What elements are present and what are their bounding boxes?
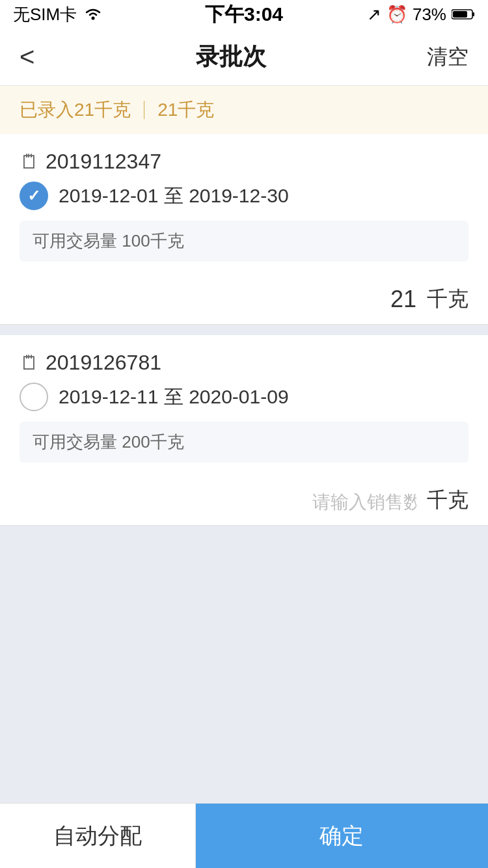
section-divider — [0, 325, 488, 335]
radio-button-2[interactable] — [20, 383, 48, 411]
batch-id-1: 2019112347 — [46, 150, 161, 174]
auto-distribute-label: 自动分配 — [53, 821, 142, 851]
status-bar: 无SIM卡 下午3:04 ↗ ⏰ 73% — [0, 0, 488, 29]
svg-rect-2 — [472, 12, 474, 16]
back-button[interactable]: < — [20, 42, 34, 72]
confirm-button[interactable]: 确定 — [196, 804, 488, 868]
clear-button[interactable]: 清空 — [427, 43, 468, 72]
svg-rect-3 — [453, 11, 467, 18]
batch-qty-box-1: 可用交易量 100千克 — [20, 221, 468, 262]
battery-text: 73% — [413, 5, 446, 25]
alarm-icon: ⏰ — [386, 5, 407, 25]
auto-distribute-button[interactable]: 自动分配 — [0, 804, 196, 868]
recorded-label: 已录入21千克 — [20, 98, 131, 122]
wifi-icon — [83, 5, 103, 25]
qty-unit-2: 千克 — [427, 486, 468, 515]
batch-item-1: 🗒 2019112347 2019-12-01 至 2019-12-30 可用交… — [0, 134, 488, 325]
summary-divider — [144, 101, 144, 119]
batch-item-2: 🗒 2019126781 2019-12-11 至 2020-01-09 可用交… — [0, 335, 488, 526]
batch-date-1: 2019-12-01 至 2019-12-30 — [59, 183, 289, 210]
input-row-1: 21 千克 — [0, 275, 488, 325]
batch-date-2: 2019-12-11 至 2020-01-09 — [59, 384, 289, 411]
batch-doc-icon: 🗒 — [20, 151, 39, 173]
qty-value-1: 21 — [390, 286, 416, 313]
batch-qty-label-1: 可用交易量 100千克 — [33, 231, 184, 251]
confirm-label: 确定 — [319, 821, 364, 851]
page-title: 录批次 — [196, 41, 266, 73]
status-icons: ↗ ⏰ 73% — [367, 5, 475, 25]
nav-bar: < 录批次 清空 — [0, 29, 488, 86]
batch-qty-label-2: 可用交易量 200千克 — [33, 432, 184, 452]
qty-input-2[interactable] — [312, 487, 416, 514]
bottom-area — [0, 526, 488, 812]
location-icon: ↗ — [367, 5, 381, 25]
batch-id-row-1: 🗒 2019112347 — [20, 150, 468, 174]
status-time: 下午3:04 — [205, 1, 283, 28]
battery-icon — [452, 5, 475, 25]
carrier-text: 无SIM卡 — [13, 3, 77, 26]
batch-date-row-1[interactable]: 2019-12-01 至 2019-12-30 — [20, 182, 468, 210]
footer: 自动分配 确定 — [0, 803, 488, 868]
input-row-2[interactable]: 千克 — [0, 476, 488, 526]
summary-banner: 已录入21千克 21千克 — [0, 86, 488, 134]
qty-unit-1: 千克 — [427, 285, 468, 314]
batch-doc-icon-2: 🗒 — [20, 352, 39, 374]
total-label: 21千克 — [157, 98, 214, 122]
radio-button-1[interactable] — [20, 182, 48, 210]
batch-id-row-2: 🗒 2019126781 — [20, 351, 468, 375]
status-carrier: 无SIM卡 — [13, 3, 103, 26]
batch-id-2: 2019126781 — [46, 351, 161, 375]
batch-qty-box-2: 可用交易量 200千克 — [20, 422, 468, 463]
svg-point-0 — [92, 16, 95, 20]
batch-date-row-2[interactable]: 2019-12-11 至 2020-01-09 — [20, 383, 468, 411]
